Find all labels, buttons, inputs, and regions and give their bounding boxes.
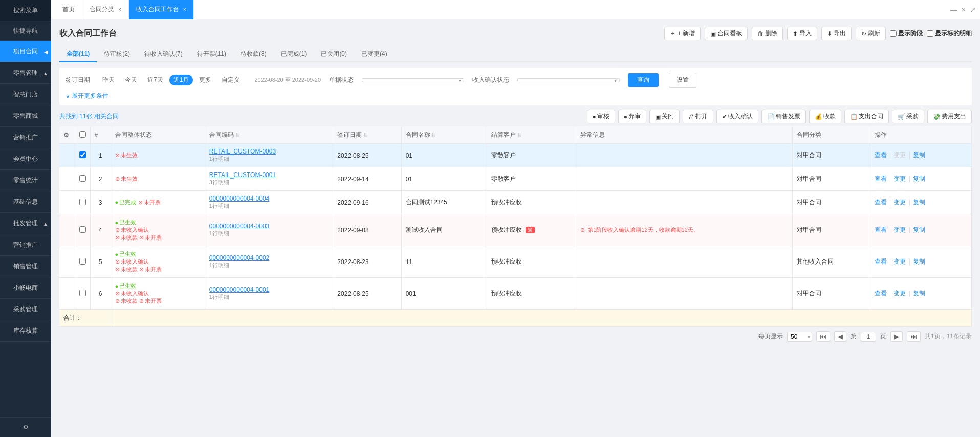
sidebar-search[interactable]: 搜索菜单 xyxy=(0,0,51,21)
income-confirm-select[interactable] xyxy=(517,78,620,82)
sidebar-item-inventory[interactable]: 库存核算 xyxy=(0,320,51,342)
sidebar-item-retail-mgmt[interactable]: 零售管理 ▲ xyxy=(0,62,51,84)
expense-out-btn[interactable]: 📋 支出合同 xyxy=(844,110,889,123)
row-checkbox-5[interactable] xyxy=(79,258,86,265)
op-view-6[interactable]: 查看 xyxy=(875,290,887,297)
row-checkbox-2[interactable] xyxy=(79,175,86,182)
window-restore-icon[interactable]: ⤢ xyxy=(970,6,976,14)
row-checkbox-3[interactable] xyxy=(79,199,86,205)
date-opt-last7[interactable]: 近7天 xyxy=(143,75,167,85)
op-copy-1[interactable]: 复制 xyxy=(913,151,925,159)
op-view-1[interactable]: 查看 xyxy=(875,151,887,159)
select-all-checkbox[interactable] xyxy=(79,131,86,138)
cost-out-btn[interactable]: 💸 费用支出 xyxy=(927,110,972,123)
op-change-2[interactable]: 变更 xyxy=(894,175,906,182)
show-stage-checkbox[interactable] xyxy=(890,30,897,37)
th-customer[interactable]: 结算客户 xyxy=(487,126,576,144)
op-copy-2[interactable]: 复制 xyxy=(913,175,925,182)
window-close-icon[interactable]: × xyxy=(962,6,966,14)
th-name[interactable]: 合同名称 xyxy=(401,126,487,144)
sidebar-item-purchase[interactable]: 采购管理 xyxy=(0,299,51,320)
status-tab-pending-review[interactable]: 待审核(2) xyxy=(97,47,137,62)
th-gear[interactable]: ⚙ xyxy=(59,126,75,144)
sidebar-item-marketing2[interactable]: 营销推广 xyxy=(0,234,51,256)
op-change-6[interactable]: 变更 xyxy=(894,290,906,297)
sidebar-settings[interactable]: ⚙ xyxy=(0,417,51,437)
export-button[interactable]: ⬇ 导出 xyxy=(821,27,852,40)
sidebar-item-smart-store[interactable]: 智慧门店 xyxy=(0,84,51,105)
sidebar-quick-nav[interactable]: 快捷导航 xyxy=(0,21,51,41)
sidebar-item-batch-mgmt[interactable]: 批发管理 ▲ xyxy=(0,213,51,234)
status-tab-pending-income[interactable]: 待收入确认(7) xyxy=(137,47,190,62)
th-sign-date[interactable]: 签订日期 xyxy=(333,126,401,144)
close-btn[interactable]: ▣ 关闭 xyxy=(649,110,680,123)
tab-home[interactable]: 首页 xyxy=(55,0,82,19)
status-tab-pending-collect[interactable]: 待收款(8) xyxy=(233,47,274,62)
op-view-5[interactable]: 查看 xyxy=(875,258,887,265)
print-btn[interactable]: 🖨 打开 xyxy=(683,110,713,123)
op-copy-4[interactable]: 复制 xyxy=(913,226,925,233)
sidebar-item-retail-mall[interactable]: 零售商城 xyxy=(0,105,51,127)
date-opt-today[interactable]: 今天 xyxy=(121,75,141,85)
contract-code-link-4[interactable]: 0000000000004-0003 xyxy=(209,223,269,230)
tab-income-workbench[interactable]: 收入合同工作台 × xyxy=(129,0,194,19)
row-gear-5[interactable] xyxy=(59,246,75,278)
purchase-btn[interactable]: 🛒 采购 xyxy=(892,110,924,123)
sidebar-item-basic-info[interactable]: 基础信息 xyxy=(0,191,51,213)
date-opt-yesterday[interactable]: 昨天 xyxy=(98,75,119,85)
tab-close-contract-cat[interactable]: × xyxy=(118,7,121,12)
delete-button[interactable]: 🗑 删除 xyxy=(752,27,783,40)
row-checkbox-1[interactable] xyxy=(79,151,86,158)
import-button[interactable]: ⬆ 导入 xyxy=(787,27,817,40)
row-gear-3[interactable] xyxy=(59,191,75,214)
row-checkbox-4[interactable] xyxy=(79,226,86,233)
op-copy-5[interactable]: 复制 xyxy=(913,258,925,265)
status-tab-closed[interactable]: 已关闭(0) xyxy=(314,47,354,62)
op-change-1[interactable]: 变更 xyxy=(894,151,906,159)
window-minimize-icon[interactable]: — xyxy=(950,6,957,14)
page-size-select[interactable]: 50 20 100 xyxy=(787,332,812,342)
abandon-btn[interactable]: ● 弃审 xyxy=(618,110,646,123)
date-opt-more[interactable]: 更多 xyxy=(195,75,215,85)
contract-code-link-2[interactable]: RETAIL_CUSTOM-0001 xyxy=(209,171,276,179)
doc-status-select[interactable] xyxy=(362,78,464,82)
op-change-4[interactable]: 变更 xyxy=(894,226,906,233)
op-change-3[interactable]: 变更 xyxy=(894,199,906,206)
review-btn[interactable]: ● 审核 xyxy=(587,110,615,123)
status-tab-completed[interactable]: 已完成(1) xyxy=(274,47,314,62)
status-tab-all[interactable]: 全部(11) xyxy=(59,47,97,62)
prev-page-btn[interactable]: ◀ xyxy=(834,331,846,342)
set-button[interactable]: 设置 xyxy=(669,73,696,88)
th-code[interactable]: 合同编码 xyxy=(205,126,333,144)
status-tab-pending-invoice[interactable]: 待开票(11) xyxy=(190,47,233,62)
next-page-btn[interactable]: ▶ xyxy=(890,331,903,342)
show-mark-checkbox[interactable] xyxy=(927,30,933,37)
sidebar-item-project[interactable]: 项目合同 ◀ xyxy=(0,41,51,62)
collect-btn[interactable]: 💰 收款 xyxy=(809,110,841,123)
sidebar-item-member[interactable]: 会员中心 xyxy=(0,148,51,170)
sidebar-item-sales-mgmt[interactable]: 销售管理 xyxy=(0,256,51,277)
last-page-btn[interactable]: ⏭ xyxy=(907,331,921,342)
query-button[interactable]: 查询 xyxy=(628,73,659,87)
sidebar-item-marketing[interactable]: 营销推广 xyxy=(0,127,51,148)
contract-code-link-1[interactable]: RETAIL_CUSTOM-0003 xyxy=(209,148,276,155)
sidebar-item-xiaochange[interactable]: 小畅电商 xyxy=(0,277,51,299)
op-view-4[interactable]: 查看 xyxy=(875,226,887,233)
contract-panel-button[interactable]: ▣ 合同看板 xyxy=(705,27,748,40)
op-change-5[interactable]: 变更 xyxy=(894,258,906,265)
contract-code-link-6[interactable]: 0000000000004-0001 xyxy=(209,286,269,293)
op-copy-3[interactable]: 复制 xyxy=(913,199,925,206)
refresh-button[interactable]: ↻ 刷新 xyxy=(856,27,886,40)
row-gear-1[interactable] xyxy=(59,144,75,167)
sidebar-item-retail-stats[interactable]: 零售统计 xyxy=(0,170,51,191)
op-copy-6[interactable]: 复制 xyxy=(913,290,925,297)
income-confirm-btn[interactable]: ✔ 收入确认 xyxy=(716,110,758,123)
row-gear-4[interactable] xyxy=(59,214,75,246)
op-view-2[interactable]: 查看 xyxy=(875,175,887,182)
op-view-3[interactable]: 查看 xyxy=(875,199,887,206)
row-checkbox-6[interactable] xyxy=(79,290,86,296)
date-opt-last1m[interactable]: 近1月 xyxy=(169,75,193,85)
new-button[interactable]: ＋ + 新增 xyxy=(664,27,701,40)
first-page-btn[interactable]: ⏮ xyxy=(816,331,830,342)
contract-code-link-3[interactable]: 0000000000004-0004 xyxy=(209,195,269,202)
